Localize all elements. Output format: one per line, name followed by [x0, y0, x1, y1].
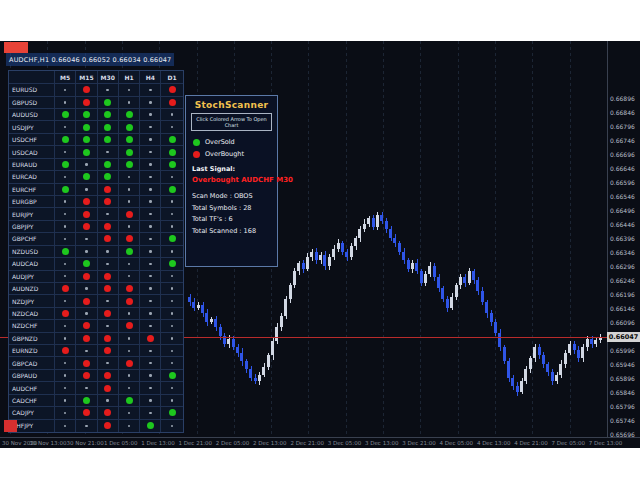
scanner-cell[interactable] — [161, 109, 182, 120]
neutral-dot[interactable] — [85, 238, 88, 241]
scanner-cell[interactable] — [140, 382, 161, 393]
scanner-cell[interactable] — [119, 407, 140, 418]
scanner-cell[interactable] — [140, 333, 161, 344]
oversold-dot[interactable] — [104, 99, 111, 106]
neutral-dot[interactable] — [149, 350, 152, 353]
scanner-cell[interactable] — [55, 121, 76, 132]
neutral-dot[interactable] — [64, 362, 67, 365]
neutral-dot[interactable] — [171, 275, 174, 278]
scanner-cell[interactable] — [119, 395, 140, 406]
neutral-dot[interactable] — [85, 250, 88, 253]
scanner-cell[interactable] — [119, 258, 140, 269]
scanner-cell[interactable] — [98, 308, 119, 319]
overbought-dot[interactable] — [104, 285, 111, 292]
overbought-dot[interactable] — [104, 273, 111, 280]
neutral-dot[interactable] — [64, 225, 67, 228]
overbought-dot[interactable] — [126, 322, 133, 329]
neutral-dot[interactable] — [128, 412, 131, 415]
scanner-cell[interactable] — [76, 233, 97, 244]
neutral-dot[interactable] — [171, 362, 174, 365]
scanner-cell[interactable] — [98, 345, 119, 356]
overbought-dot[interactable] — [62, 310, 69, 317]
neutral-dot[interactable] — [149, 113, 152, 116]
scanner-cell[interactable] — [55, 84, 76, 95]
scanner-cell[interactable] — [98, 320, 119, 331]
scanner-cell[interactable] — [55, 370, 76, 381]
neutral-dot[interactable] — [128, 425, 131, 428]
neutral-dot[interactable] — [128, 101, 131, 104]
overbought-dot[interactable] — [104, 223, 111, 230]
scanner-cell[interactable] — [119, 320, 140, 331]
scanner-cell[interactable] — [161, 233, 182, 244]
neutral-dot[interactable] — [149, 399, 152, 402]
scanner-cell[interactable] — [55, 407, 76, 418]
scanner-cell[interactable] — [119, 134, 140, 145]
scanner-cell[interactable] — [98, 357, 119, 368]
scanner-cell[interactable] — [98, 271, 119, 282]
overbought-dot[interactable] — [104, 198, 111, 205]
overbought-dot[interactable] — [104, 186, 111, 193]
scanner-cell[interactable] — [76, 295, 97, 306]
overbought-dot[interactable] — [104, 409, 111, 416]
scanner-cell[interactable] — [55, 159, 76, 170]
neutral-dot[interactable] — [128, 387, 131, 390]
scanner-cell[interactable] — [98, 258, 119, 269]
scanner-cell[interactable] — [161, 134, 182, 145]
scanner-cell[interactable] — [98, 395, 119, 406]
oversold-dot[interactable] — [83, 173, 90, 180]
scanner-cell[interactable] — [98, 146, 119, 157]
scanner-cell[interactable] — [119, 97, 140, 108]
neutral-dot[interactable] — [106, 151, 109, 154]
scanner-cell[interactable] — [76, 382, 97, 393]
scanner-cell[interactable] — [119, 109, 140, 120]
oversold-dot[interactable] — [62, 248, 69, 255]
scanner-cell[interactable] — [55, 382, 76, 393]
neutral-dot[interactable] — [171, 350, 174, 353]
scanner-cell[interactable] — [76, 246, 97, 257]
scanner-cell[interactable] — [55, 357, 76, 368]
scanner-cell[interactable] — [76, 308, 97, 319]
scanner-cell[interactable] — [55, 420, 76, 432]
scanner-cell[interactable] — [161, 283, 182, 294]
neutral-dot[interactable] — [64, 275, 67, 278]
neutral-dot[interactable] — [128, 200, 131, 203]
neutral-dot[interactable] — [171, 225, 174, 228]
oversold-dot[interactable] — [126, 161, 133, 168]
scanner-cell[interactable] — [140, 196, 161, 207]
overbought-dot[interactable] — [83, 273, 90, 280]
scanner-cell[interactable] — [161, 159, 182, 170]
scanner-cell[interactable] — [98, 295, 119, 306]
scanner-cell[interactable] — [161, 208, 182, 219]
oversold-dot[interactable] — [169, 235, 176, 242]
overbought-dot[interactable] — [126, 211, 133, 218]
oversold-dot[interactable] — [169, 186, 176, 193]
scanner-cell[interactable] — [76, 184, 97, 195]
neutral-dot[interactable] — [128, 374, 131, 377]
oversold-dot[interactable] — [62, 111, 69, 118]
neutral-dot[interactable] — [171, 113, 174, 116]
neutral-dot[interactable] — [85, 188, 88, 191]
scanner-cell[interactable] — [76, 333, 97, 344]
neutral-dot[interactable] — [171, 287, 174, 290]
scanner-cell[interactable] — [76, 84, 97, 95]
scanner-cell[interactable] — [119, 159, 140, 170]
neutral-dot[interactable] — [171, 300, 174, 303]
overbought-dot[interactable] — [83, 198, 90, 205]
oversold-dot[interactable] — [126, 149, 133, 156]
neutral-dot[interactable] — [106, 362, 109, 365]
neutral-dot[interactable] — [149, 287, 152, 290]
price-axis[interactable]: 0.668960.668460.667960.667460.666960.666… — [608, 41, 640, 437]
scanner-cell[interactable] — [98, 382, 119, 393]
scanner-cell[interactable] — [98, 407, 119, 418]
overbought-dot[interactable] — [83, 223, 90, 230]
neutral-dot[interactable] — [64, 325, 67, 328]
neutral-dot[interactable] — [149, 250, 152, 253]
overbought-dot[interactable] — [104, 310, 111, 317]
scanner-cell[interactable] — [55, 345, 76, 356]
scanner-cell[interactable] — [161, 295, 182, 306]
scanner-cell[interactable] — [140, 283, 161, 294]
overbought-dot[interactable] — [169, 99, 176, 106]
neutral-dot[interactable] — [64, 399, 67, 402]
scanner-cell[interactable] — [140, 121, 161, 132]
scanner-cell[interactable] — [98, 233, 119, 244]
